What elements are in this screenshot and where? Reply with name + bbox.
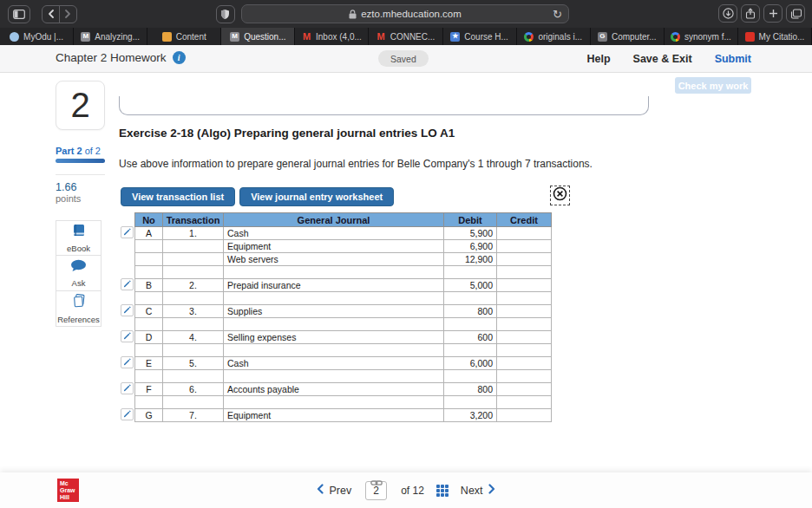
pages-icon: [72, 294, 86, 312]
edit-entry-button[interactable]: [121, 356, 134, 368]
downloads-icon: [723, 8, 734, 19]
gmail-favicon-icon: M: [302, 32, 311, 42]
journal-cell: [224, 344, 444, 357]
journal-row: G7.Equipment3,200: [135, 409, 552, 422]
browser-tab[interactable]: Content: [147, 28, 221, 45]
view-transaction-list-button[interactable]: View transaction list: [121, 187, 235, 206]
column-header: Debit: [444, 213, 497, 227]
link-icon: [370, 474, 383, 490]
downloads-button[interactable]: [718, 4, 737, 23]
chevron-right-icon: [488, 484, 495, 497]
gsquare-favicon-icon: G: [598, 32, 607, 42]
journal-cell: G: [135, 409, 163, 422]
edit-entry-button[interactable]: [121, 226, 134, 238]
plus-icon: [769, 9, 778, 18]
journal-row: F6.Accounts payable800: [135, 383, 552, 396]
journal-cell: [497, 266, 552, 279]
tab-label: originals i...: [538, 32, 582, 42]
padlock-icon: [349, 10, 357, 19]
tab-overview-button[interactable]: [786, 4, 805, 23]
resource-ask-button[interactable]: Ask: [56, 256, 102, 291]
tab-label: Course H...: [464, 32, 508, 42]
journal-cell: [497, 383, 552, 396]
scrolled-content-box: [119, 96, 649, 115]
tab-label: Computer...: [612, 32, 657, 42]
journal-row: E5.Cash6,000: [135, 357, 552, 370]
journal-row: [135, 370, 552, 383]
browser-tab[interactable]: MAnalyzing...: [74, 28, 147, 45]
journal-row: C3.Supplies800: [135, 305, 552, 318]
journal-cell: [135, 240, 163, 253]
submit-link[interactable]: Submit: [715, 53, 751, 65]
journal-row: B2.Prepaid insurance5,000: [135, 279, 552, 292]
mh-favicon-icon: M: [81, 32, 90, 42]
prev-button[interactable]: Prev: [317, 484, 351, 497]
view-journal-entry-worksheet-button[interactable]: View journal entry worksheet: [239, 187, 394, 206]
browser-tab[interactable]: MyOdu |...: [0, 28, 74, 45]
journal-cell: [163, 318, 224, 331]
next-button[interactable]: Next: [461, 484, 495, 497]
tab-label: My Citatio...: [759, 32, 805, 42]
journal-cell: [224, 266, 444, 279]
sidebar-toggle-button[interactable]: [8, 5, 30, 23]
journal-cell: 800: [444, 305, 497, 318]
journal-cell: [163, 240, 224, 253]
back-button[interactable]: [42, 5, 60, 23]
resource-ebook-button[interactable]: eBook: [56, 220, 102, 256]
reload-icon[interactable]: ↻: [553, 8, 562, 21]
edit-entry-button[interactable]: [121, 278, 134, 290]
journal-cell: [163, 344, 224, 357]
resource-references-button[interactable]: References: [56, 291, 102, 327]
journal-cell: [135, 370, 163, 383]
sidebar-toggle-icon: [13, 10, 25, 19]
privacy-report-button[interactable]: [216, 5, 235, 23]
saved-status-badge: Saved: [378, 50, 429, 67]
journal-cell: [135, 292, 163, 305]
browser-tab[interactable]: MQuestion...: [221, 28, 295, 45]
mh-favicon-icon: M: [230, 32, 239, 42]
journal-cell: [135, 318, 163, 331]
question-map-grid-icon[interactable]: [436, 485, 449, 497]
address-bar[interactable]: ezto.mheducation.com ↻: [241, 4, 569, 23]
nav-button-group: [42, 5, 77, 23]
check-my-work-button[interactable]: Check my work: [675, 77, 751, 94]
journal-cell: [135, 253, 163, 266]
forward-button[interactable]: [59, 5, 77, 23]
browser-tab[interactable]: MCONNEC...: [369, 28, 442, 45]
journal-cell: [163, 266, 224, 279]
browser-tab[interactable]: originals i...: [517, 28, 591, 45]
journal-cell: 12,900: [444, 253, 497, 266]
journal-cell: [444, 318, 497, 331]
info-icon[interactable]: i: [173, 51, 186, 64]
journal-cell: [163, 253, 224, 266]
edit-entry-button[interactable]: [121, 330, 134, 342]
journal-cell: [444, 396, 497, 409]
journal-cell: [224, 396, 444, 409]
close-button[interactable]: [550, 186, 570, 205]
share-icon: [745, 8, 756, 19]
save-exit-link[interactable]: Save & Exit: [633, 53, 692, 65]
help-link[interactable]: Help: [586, 53, 610, 65]
browser-tab[interactable]: My Citatio...: [738, 28, 812, 45]
new-tab-button[interactable]: [763, 4, 783, 23]
toolbar-right-group: [718, 4, 805, 23]
share-button[interactable]: [741, 4, 760, 23]
browser-tab[interactable]: GComputer...: [591, 28, 665, 45]
browser-tab[interactable]: MInbox (4,0...: [295, 28, 369, 45]
edit-entry-button[interactable]: [121, 304, 134, 316]
edit-entry-button[interactable]: [121, 382, 134, 394]
sidebar-divider: [56, 174, 105, 175]
browser-tab[interactable]: synonym f...: [665, 28, 738, 45]
resource-label: References: [57, 315, 100, 324]
browser-tab[interactable]: ★Course H...: [443, 28, 517, 45]
journal-row: [135, 292, 552, 305]
journal-cell: 6,000: [444, 357, 497, 370]
red-favicon-icon: [745, 32, 755, 42]
column-header: No: [135, 213, 163, 227]
tab-label: Question...: [244, 32, 285, 42]
odu-favicon-icon: [10, 32, 19, 42]
column-header: General Journal: [224, 213, 444, 227]
edit-entry-button[interactable]: [121, 408, 134, 420]
journal-cell: [444, 266, 497, 279]
journal-cell: F: [135, 383, 163, 396]
